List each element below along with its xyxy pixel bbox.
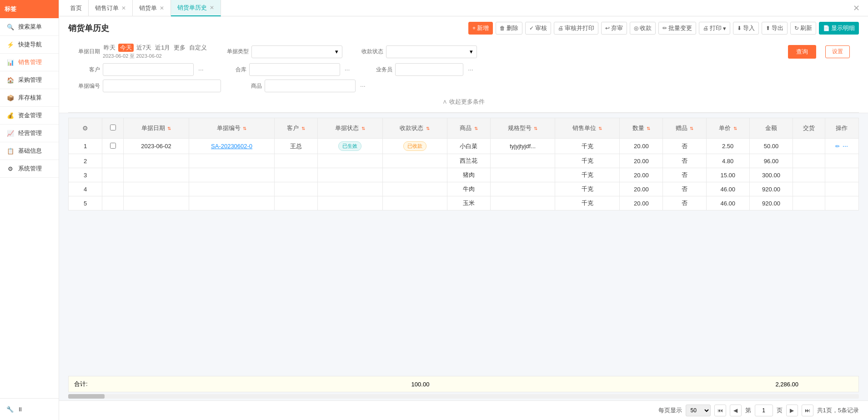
th-doc-date[interactable]: 单据日期 ⇅ (124, 118, 189, 139)
more-btn[interactable]: ⋯ (843, 143, 848, 150)
audit-print-button[interactable]: 🖨 审核并打印 (554, 22, 598, 35)
col-label: 收款状态 (400, 125, 423, 131)
tab-home[interactable]: 首页 (64, 0, 89, 16)
settings-gear-icon[interactable]: ⚙ (79, 122, 92, 135)
window-close-btn[interactable]: ✕ (849, 3, 863, 13)
th-price[interactable]: 单价 ⇅ (706, 118, 749, 139)
tab-close-icon[interactable]: ✕ (121, 5, 126, 11)
import-button[interactable]: ⬇ 导入 (733, 22, 759, 35)
doc-no-link[interactable]: SA-20230602-0 (211, 143, 252, 150)
th-doc-status[interactable]: 单据状态 ⇅ (318, 118, 382, 139)
date-shortcut-more[interactable]: 更多 (173, 44, 186, 52)
sidebar-item-quick-nav[interactable]: ⚡ 快捷导航 (0, 36, 59, 54)
tab-label: 销货单历史 (177, 4, 207, 12)
collect-button[interactable]: ◎ 收款 (630, 22, 656, 35)
tab-sales-history[interactable]: 销货单历史 ✕ (171, 0, 221, 16)
doc-type-select[interactable]: ▾ (251, 45, 342, 58)
select-all-checkbox[interactable] (110, 125, 116, 130)
edit-btn[interactable]: ✏ (835, 143, 840, 150)
scroll-thumb[interactable] (68, 394, 105, 399)
sort-icon: ⇅ (301, 126, 305, 131)
filter-row-3: 单据编号 商品 ··· (77, 80, 850, 92)
settings-button[interactable]: 设置 (825, 45, 850, 58)
date-shortcut-7days[interactable]: 近7天 (135, 44, 152, 52)
customer-input[interactable] (103, 63, 194, 76)
doc-no-input[interactable] (103, 80, 221, 92)
th-goods[interactable]: 商品 ⇅ (447, 118, 490, 139)
query-button[interactable]: 查询 (788, 45, 816, 59)
total-info: 共1页，5条记录 (817, 406, 859, 415)
th-collect-status[interactable]: 收款状态 ⇅ (382, 118, 447, 139)
date-shortcut-1month[interactable]: 近1月 (154, 44, 171, 52)
th-check[interactable] (102, 118, 124, 139)
th-unit[interactable]: 销售单位 ⇅ (555, 118, 620, 139)
collapse-filter-btn[interactable]: ∧ 收起更多条件 (77, 96, 850, 108)
sidebar-settings-btn[interactable]: 🔧 ⏸ (0, 402, 59, 416)
cell-check[interactable] (102, 196, 124, 210)
date-shortcut-custom[interactable]: 自定义 (188, 44, 208, 52)
cell-doc-status (318, 182, 382, 196)
home-icon: 🏠 (6, 76, 15, 84)
date-shortcut-yesterday[interactable]: 昨天 (103, 44, 116, 52)
audit-button[interactable]: ✓ 审核 (525, 22, 551, 35)
new-button[interactable]: + 新增 (468, 22, 493, 35)
warehouse-dots-btn[interactable]: ··· (343, 66, 352, 73)
show-detail-button[interactable]: 📄 显示明细 (819, 22, 859, 35)
warehouse-label: 合库 (224, 66, 246, 74)
prev-page-btn[interactable]: ◀ (730, 405, 742, 416)
horizontal-scrollbar[interactable] (68, 394, 859, 399)
tab-sales-order[interactable]: 销售订单 ✕ (89, 0, 133, 16)
cell-check[interactable] (102, 154, 124, 168)
th-qty[interactable]: 数量 ⇅ (620, 118, 663, 139)
cell-customer (275, 182, 318, 196)
collect-status-select[interactable]: ▾ (386, 45, 477, 58)
last-page-btn[interactable]: ⏭ (802, 405, 813, 416)
clipboard-icon: 📋 (6, 147, 15, 155)
button-label: 新增 (477, 24, 489, 32)
cell-check[interactable] (102, 168, 124, 182)
first-page-btn[interactable]: ⏮ (714, 405, 726, 416)
sidebar-item-system-mgmt[interactable]: ⚙ 系统管理 (0, 160, 59, 178)
sidebar-item-finance-mgmt[interactable]: 💰 资金管理 (0, 107, 59, 125)
date-group: 昨天 今天 近7天 近1月 更多 自定义 2023-06-02 至 2023-0… (103, 44, 208, 60)
export-button[interactable]: ⬆ 导出 (762, 22, 788, 35)
col-label: 交货 (803, 125, 815, 131)
agent-input[interactable] (395, 63, 463, 76)
cell-check[interactable] (102, 182, 124, 196)
abandon-button[interactable]: ↩ 弃审 (601, 22, 627, 35)
button-label: 导入 (743, 24, 755, 32)
goods-input[interactable] (265, 80, 356, 92)
sort-icon: ⇅ (534, 126, 537, 131)
customer-label: 客户 (77, 66, 100, 74)
page-size-select[interactable]: 50 20 100 (686, 405, 711, 416)
customer-dots-btn[interactable]: ··· (196, 66, 206, 73)
next-page-btn[interactable]: ▶ (786, 405, 798, 416)
print-button[interactable]: 🖨 打印 ▾ (699, 22, 730, 35)
cell-check[interactable] (102, 139, 124, 154)
sidebar-item-inventory-calc[interactable]: 📦 库存核算 (0, 89, 59, 107)
sidebar-item-search-menu[interactable]: 🔍 搜索菜单 (0, 18, 59, 36)
batch-change-button[interactable]: ✏ 批量变更 (658, 22, 696, 35)
th-gift[interactable]: 赠品 ⇅ (663, 118, 706, 139)
th-settings[interactable]: ⚙ (69, 118, 102, 139)
th-doc-no[interactable]: 单据编号 ⇅ (189, 118, 274, 139)
tab-close-icon[interactable]: ✕ (210, 5, 214, 11)
sort-icon: ⇅ (647, 126, 650, 131)
sidebar-item-purchase-mgmt[interactable]: 🏠 采购管理 (0, 71, 59, 89)
th-spec[interactable]: 规格型号 ⇅ (490, 118, 555, 139)
tab-sales-goods[interactable]: 销货单 ✕ (133, 0, 171, 16)
th-customer[interactable]: 客户 ⇅ (275, 118, 318, 139)
sidebar-item-ops-mgmt[interactable]: 📈 经营管理 (0, 125, 59, 142)
button-label: 审核 (535, 24, 547, 32)
date-shortcut-today[interactable]: 今天 (118, 44, 134, 52)
refresh-button[interactable]: ↻ 刷新 (790, 22, 816, 35)
sidebar-item-sales-mgmt[interactable]: 📊 销售管理 (0, 54, 59, 71)
delete-button[interactable]: 🗑 删除 (496, 22, 522, 35)
current-page-input[interactable] (755, 405, 773, 416)
agent-dots-btn[interactable]: ··· (466, 66, 475, 73)
goods-dots-btn[interactable]: ··· (358, 82, 367, 90)
total-row: 合计: 100.00 2,286.00 (68, 376, 859, 392)
warehouse-input[interactable] (249, 63, 340, 76)
sidebar-item-base-info[interactable]: 📋 基础信息 (0, 142, 59, 160)
tab-close-icon[interactable]: ✕ (160, 5, 164, 11)
